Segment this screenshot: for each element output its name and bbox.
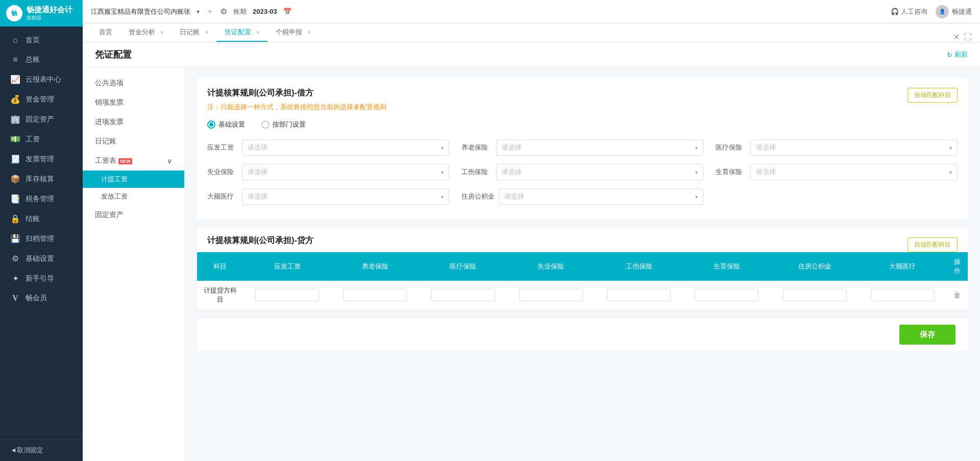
- select-ylbx-placeholder: 请选择: [502, 143, 522, 152]
- sidebar-item-guide[interactable]: ✦ 新手引导: [0, 269, 83, 288]
- left-nav-salary-pay[interactable]: 发放工资: [83, 188, 184, 205]
- calendar-icon[interactable]: 📅: [283, 8, 291, 15]
- add-company-btn[interactable]: ＋: [206, 6, 214, 17]
- select-gsbx[interactable]: 请选择 ▾: [496, 164, 703, 180]
- service-btn[interactable]: 🎧 人工咨询: [891, 7, 927, 16]
- left-nav-fixed-assets[interactable]: 固定资产: [83, 205, 184, 225]
- cancel-fixed-btn[interactable]: ◄取消固定: [0, 439, 83, 461]
- sidebar-item-label: 结账: [26, 214, 40, 224]
- select-sybx[interactable]: 请选择 ▾: [242, 164, 449, 180]
- sidebar-item-tax[interactable]: 📑 税务管理: [0, 189, 83, 209]
- sidebar-item-funds[interactable]: 💰 资金管理: [0, 89, 83, 109]
- sidebar-item-assets[interactable]: 🏢 固定资产: [0, 109, 83, 129]
- td-ylbx[interactable]: [331, 281, 419, 310]
- tab-journal-close[interactable]: ×: [205, 29, 208, 35]
- delete-row-btn[interactable]: 🗑: [953, 291, 961, 299]
- left-nav-purchase[interactable]: 进项发票: [83, 112, 184, 132]
- td-sybx2[interactable]: [683, 281, 771, 310]
- maximize-btn[interactable]: ⛶: [964, 33, 972, 42]
- sidebar-item-label: 云报表中心: [26, 75, 61, 84]
- tab-voucher[interactable]: 凭证配置 ×: [216, 23, 267, 42]
- th-ylbx2: 医疗保险: [419, 252, 507, 281]
- sidebar-item-archive[interactable]: 💾 归档管理: [0, 229, 83, 249]
- td-sybx[interactable]: [507, 281, 595, 310]
- input-dey[interactable]: [871, 289, 935, 301]
- left-nav-salary-table[interactable]: 工资表 NEW ∨: [83, 151, 184, 171]
- sidebar-item-invoice[interactable]: 🧾 发票管理: [0, 149, 83, 169]
- td-zfgjj[interactable]: [771, 281, 859, 310]
- th-action: 操作: [947, 252, 968, 281]
- select-sybx2[interactable]: 请选择 ▾: [750, 164, 958, 180]
- td-yfgz[interactable]: [243, 281, 331, 310]
- sidebar-item-label: 库存核算: [26, 175, 54, 184]
- select-ylbx2[interactable]: 请选择 ▾: [750, 139, 958, 156]
- settings-btn[interactable]: ⚙: [220, 7, 227, 16]
- chevron-down-icon: ▾: [695, 145, 698, 151]
- tab-home[interactable]: 首页: [91, 23, 120, 42]
- refresh-btn[interactable]: ↻ 刷新: [947, 50, 968, 59]
- left-nav: 公共选项 销项发票 进项发票 日记账 工资表 NEW ∨ 计提工资 发放工资 固…: [83, 67, 185, 461]
- td-gsbx[interactable]: [595, 281, 683, 310]
- input-sybx2[interactable]: [695, 289, 758, 301]
- td-ylbx2[interactable]: [419, 281, 507, 310]
- tab-journal[interactable]: 日记账 ×: [172, 23, 216, 42]
- label-gsbx: 工伤保险: [461, 167, 492, 177]
- tab-journal-label: 日记账: [180, 28, 200, 37]
- input-ylbx[interactable]: [343, 289, 407, 301]
- new-badge: NEW: [118, 158, 132, 164]
- radio-department[interactable]: 按部门设置: [261, 120, 306, 129]
- tab-voucher-label: 凭证配置: [225, 28, 251, 37]
- select-sybx-placeholder: 请选择: [248, 167, 267, 177]
- form-item-gsbx: 工伤保险 请选择 ▾: [461, 164, 703, 180]
- tab-funds[interactable]: 资金分析 ×: [120, 23, 172, 42]
- input-gsbx[interactable]: [607, 289, 671, 301]
- radio-basic-circle: [207, 120, 215, 129]
- label-yfgz: 应发工资: [207, 143, 238, 152]
- label-dey: 大额医疗: [207, 192, 238, 201]
- tabs-bar: 首页 资金分析 × 日记账 × 凭证配置 × 个税申报 × ✕ ⛶: [83, 23, 980, 42]
- form-item-dey: 大额医疗 请选择 ▾: [207, 188, 449, 205]
- sidebar-item-ledger[interactable]: ≡ 总账: [0, 50, 83, 69]
- sidebar-item-label: 资金管理: [26, 95, 54, 104]
- select-yfgz[interactable]: 请选择 ▾: [242, 139, 449, 156]
- radio-basic[interactable]: 基础设置: [207, 120, 245, 129]
- input-yfgz[interactable]: [255, 289, 319, 301]
- sidebar-item-inventory[interactable]: 📦 库存核算: [0, 169, 83, 189]
- input-sybx[interactable]: [519, 289, 583, 301]
- sidebar-item-label: 首页: [26, 36, 40, 45]
- save-btn[interactable]: 保存: [899, 325, 955, 345]
- sidebar-item-close[interactable]: 🔒 结账: [0, 209, 83, 229]
- input-zfgjj[interactable]: [783, 289, 847, 301]
- tab-tax-close[interactable]: ×: [307, 29, 310, 35]
- td-action[interactable]: 🗑: [947, 281, 968, 310]
- select-ylbx[interactable]: 请选择 ▾: [496, 139, 703, 156]
- left-nav-journal[interactable]: 日记账: [83, 132, 184, 151]
- sidebar-item-home[interactable]: ⌂ 首页: [0, 31, 83, 50]
- tab-tax[interactable]: 个税申报 ×: [267, 23, 318, 42]
- th-dey: 大额医疗: [859, 252, 946, 281]
- form-item-sybx2: 生育保险 请选择 ▾: [716, 164, 958, 180]
- sidebar-logo: 畅 畅捷通好会计 旗舰版: [0, 0, 83, 27]
- close-tab-btn[interactable]: ✕: [953, 32, 960, 42]
- company-dropdown-icon[interactable]: ▾: [197, 8, 200, 15]
- headset-icon: 🎧: [891, 8, 899, 15]
- left-nav-sales[interactable]: 销项发票: [83, 93, 184, 112]
- tab-voucher-close[interactable]: ×: [256, 29, 259, 35]
- tab-funds-close[interactable]: ×: [160, 29, 163, 35]
- left-nav-salary-calc[interactable]: 计提工资: [83, 171, 184, 188]
- sidebar-item-member[interactable]: V 畅会员: [0, 288, 83, 308]
- left-nav-public[interactable]: 公共选项: [83, 74, 184, 93]
- auto-match-debit-btn[interactable]: 自动匹配科目: [908, 88, 958, 103]
- sidebar-item-settings[interactable]: ⚙ 基础设置: [0, 249, 83, 269]
- select-dey[interactable]: 请选择 ▾: [242, 188, 449, 205]
- td-dey[interactable]: [859, 281, 946, 310]
- auto-match-credit-btn[interactable]: 自动匹配科目: [908, 237, 958, 252]
- input-ylbx2[interactable]: [431, 289, 495, 301]
- td-label: 计提贷方科目: [197, 281, 243, 310]
- user-menu[interactable]: 👤 畅捷通: [936, 5, 972, 18]
- select-zfgjj[interactable]: 请选择 ▾: [499, 188, 703, 205]
- inventory-icon: 📦: [10, 174, 20, 184]
- sidebar-item-salary[interactable]: 💵 工资: [0, 129, 83, 149]
- content-body: 公共选项 销项发票 进项发票 日记账 工资表 NEW ∨ 计提工资 发放工资 固…: [83, 67, 980, 461]
- sidebar-item-reports[interactable]: 📈 云报表中心: [0, 69, 83, 89]
